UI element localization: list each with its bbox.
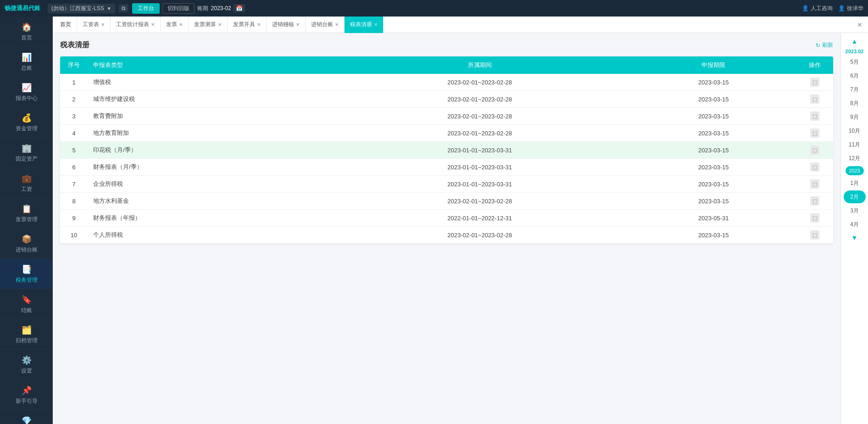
tab-salary-close[interactable]: ✕ [101, 22, 105, 27]
workbench-button[interactable]: 工作台 [132, 3, 160, 14]
tab-invoice-close[interactable]: ✕ [179, 22, 183, 27]
sidebar-item-fund[interactable]: 💰 资金管理 [0, 107, 53, 138]
sidebar-label-archive: 归档管理 [16, 337, 38, 345]
table-row: 6 财务报表（月/季） 2023-01-01~2023-03-31 2023-0… [60, 159, 833, 176]
view-action-icon[interactable]: ⬚ [810, 128, 819, 138]
consult-icon: 👤 [802, 5, 809, 11]
old-mode-button[interactable]: 切到旧版 [162, 3, 195, 14]
sidebar-item-guide[interactable]: 📌 新手引导 [0, 380, 53, 410]
month-1[interactable]: 1月 [844, 177, 866, 190]
cell-period: 2023-02-01~2023-02-28 [329, 193, 631, 210]
tab-invoice-calc[interactable]: 发票测算 ✕ [189, 17, 228, 33]
month-11[interactable]: 11月 [844, 138, 866, 151]
table-row: 9 财务报表（年报） 2022-01-01~2022-12-31 2023-05… [60, 210, 833, 227]
cell-action: ⬚ [796, 108, 833, 125]
tab-salary-report[interactable]: 工资统计报表 ✕ [111, 17, 161, 33]
content-area: 首页 工资表 ✕ 工资统计报表 ✕ 发票 ✕ 发票测算 ✕ 发票开具 ✕ [53, 17, 868, 424]
tab-purchase-ledger-close[interactable]: ✕ [335, 22, 339, 27]
user-name: 👤 徐泽华 [838, 5, 863, 12]
sidebar-item-salary[interactable]: 💼 工资 [0, 168, 53, 198]
user-avatar-icon: 👤 [838, 5, 845, 11]
cell-seq: 2 [60, 91, 88, 108]
consult-button[interactable]: 👤 人工咨询 [802, 5, 833, 12]
tab-salary[interactable]: 工资表 ✕ [77, 17, 111, 33]
sidebar-label-report: 报表中心 [16, 95, 38, 102]
sidebar-item-tax[interactable]: 📑 税务管理 [0, 259, 53, 289]
sidebar-item-settle[interactable]: 🔖 结账 [0, 289, 53, 319]
month-8[interactable]: 8月 [844, 97, 866, 110]
company-selector[interactable]: (勿动）江西服宝-LSS ▼ [48, 4, 115, 13]
scroll-up-icon[interactable]: ▲ [849, 36, 860, 47]
sidebar: 🏠 首页 📊 总账 📈 报表中心 💰 资金管理 🏢 固定资产 💼 工资 📋 发票… [0, 17, 53, 424]
year-2023-label: 2023 [846, 166, 864, 175]
month-6[interactable]: 6月 [844, 69, 866, 82]
sidebar-item-ledger[interactable]: 📊 总账 [0, 47, 53, 77]
period-label: 账期 [197, 5, 208, 12]
view-action-icon[interactable]: ⬚ [810, 145, 819, 155]
refresh-button[interactable]: ↻ 刷新 [816, 41, 833, 49]
month-5[interactable]: 5月 [844, 56, 866, 68]
view-action-icon[interactable]: ⬚ [810, 162, 819, 172]
cell-deadline: 2023-03-15 [630, 142, 796, 159]
cell-period: 2023-01-01~2023-03-31 [329, 176, 631, 193]
table-row: 1 增值税 2023-02-01~2023-02-28 2023-03-15 ⬚ [60, 74, 833, 91]
cell-deadline: 2023-03-15 [630, 125, 796, 142]
month-7[interactable]: 7月 [844, 83, 866, 96]
sidebar-item-report[interactable]: 📈 报表中心 [0, 77, 53, 107]
month-12[interactable]: 12月 [844, 152, 866, 165]
month-4[interactable]: 4月 [844, 218, 866, 231]
scroll-down-icon[interactable]: ▼ [849, 232, 860, 243]
cell-action: ⬚ [796, 193, 833, 210]
view-action-icon[interactable]: ⬚ [810, 78, 819, 87]
cell-seq: 1 [60, 74, 88, 91]
tab-tax-register[interactable]: 税表清册 ✕ [345, 17, 384, 33]
salary-icon: 💼 [22, 173, 32, 184]
tab-invoice-open-close[interactable]: ✕ [257, 22, 261, 27]
sidebar-item-archive[interactable]: 🗂️ 归档管理 [0, 319, 53, 350]
table-body: 1 增值税 2023-02-01~2023-02-28 2023-03-15 ⬚… [60, 74, 833, 244]
cell-seq: 5 [60, 142, 88, 159]
sidebar-item-settings[interactable]: ⚙️ 设置 [0, 350, 53, 380]
tax-icon: 📑 [22, 264, 32, 274]
table-row: 7 企业所得税 2023-01-01~2023-03-31 2023-03-15… [60, 176, 833, 193]
month-10[interactable]: 10月 [844, 124, 866, 137]
sidebar-label-assets: 固定资产 [16, 155, 38, 163]
close-all-icon[interactable]: ✕ [857, 21, 862, 28]
cell-deadline: 2023-03-15 [630, 74, 796, 91]
view-action-icon[interactable]: ⬚ [810, 196, 819, 206]
cell-seq: 8 [60, 193, 88, 210]
tab-invoice-calc-close[interactable]: ✕ [218, 22, 222, 27]
tab-purchase-check[interactable]: 进销稽核 ✕ [267, 17, 306, 33]
settle-icon: 🔖 [22, 295, 32, 305]
sidebar-item-home[interactable]: 🏠 首页 [0, 17, 53, 47]
tab-salary-report-close[interactable]: ✕ [151, 22, 155, 27]
sidebar-item-vip[interactable]: 💎 畅会员 [0, 410, 53, 424]
cell-deadline: 2023-03-15 [630, 176, 796, 193]
month-2-active[interactable]: 2月 [844, 190, 866, 203]
tab-tax-register-close[interactable]: ✕ [374, 22, 378, 27]
cell-type: 个人所得税 [88, 227, 329, 244]
calendar-icon[interactable]: 📅 [233, 4, 245, 12]
tab-invoice[interactable]: 发票 ✕ [161, 17, 189, 33]
view-action-icon[interactable]: ⬚ [810, 213, 819, 223]
sidebar-item-invoice[interactable]: 📋 发票管理 [0, 198, 53, 229]
view-action-icon[interactable]: ⬚ [810, 230, 819, 240]
cell-seq: 9 [60, 210, 88, 227]
sidebar-item-purchase[interactable]: 📦 进销台账 [0, 229, 53, 259]
sidebar-item-assets[interactable]: 🏢 固定资产 [0, 138, 53, 168]
month-3[interactable]: 3月 [844, 204, 866, 217]
table-row: 10 个人所得税 2023-02-01~2023-02-28 2023-03-1… [60, 227, 833, 244]
cell-type: 地方水利基金 [88, 193, 329, 210]
tab-purchase-ledger[interactable]: 进销台账 ✕ [306, 17, 345, 33]
copy-icon[interactable]: ⧉ [119, 4, 128, 12]
cell-action: ⬚ [796, 142, 833, 159]
tab-purchase-check-close[interactable]: ✕ [296, 22, 300, 27]
view-action-icon[interactable]: ⬚ [810, 95, 819, 104]
cell-period: 2023-02-01~2023-02-28 [329, 74, 631, 91]
view-action-icon[interactable]: ⬚ [810, 112, 819, 121]
sidebar-label-settle: 结账 [21, 307, 32, 314]
view-action-icon[interactable]: ⬚ [810, 179, 819, 189]
tab-invoice-open[interactable]: 发票开具 ✕ [228, 17, 267, 33]
month-9[interactable]: 9月 [844, 111, 866, 123]
tab-home[interactable]: 首页 [55, 17, 77, 33]
